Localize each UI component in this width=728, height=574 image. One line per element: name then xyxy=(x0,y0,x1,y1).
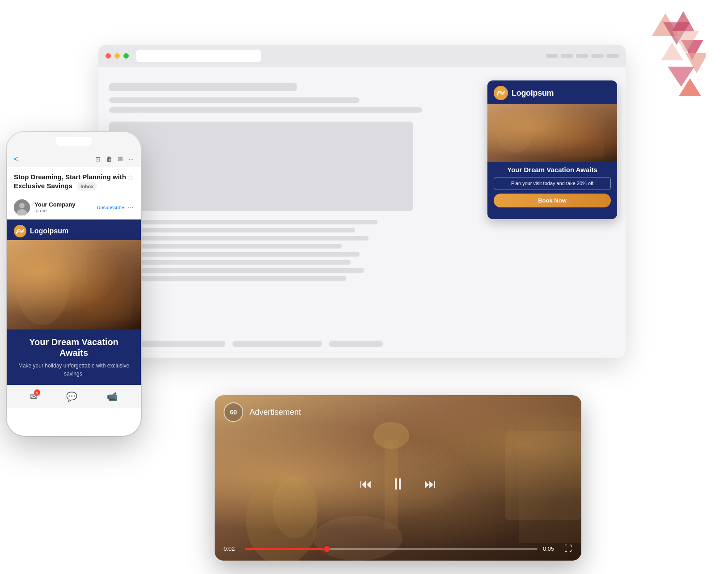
desktop-browser-mockup: Logoipsum Your Dream Vacation Awaits Pla… xyxy=(98,45,626,358)
phone-card-header: Logoipsum xyxy=(7,219,141,240)
phone-status-bar xyxy=(7,132,141,152)
svg-rect-10 xyxy=(496,113,532,153)
svg-rect-11 xyxy=(559,108,604,157)
phone-card-image-inner xyxy=(7,240,141,329)
ad-logo-icon xyxy=(494,86,508,100)
phone-email-card: Logoipsum Your Dream Vacation Awaits Mak… xyxy=(7,219,141,385)
skeleton-content-block xyxy=(109,122,413,211)
phone-card-description: Make your holiday unforgettable with exc… xyxy=(14,362,134,378)
ad-book-now-button[interactable]: Book Now xyxy=(494,194,611,207)
phone-inbox-badge: Inbox xyxy=(77,182,97,190)
video-fullscreen-button[interactable]: ⛶ xyxy=(564,544,572,553)
phone-archive-icon[interactable]: ⊡ xyxy=(95,156,101,163)
room-decor xyxy=(487,104,617,162)
browser-content-area: Logoipsum Your Dream Vacation Awaits Pla… xyxy=(98,67,626,358)
ad-content-area: Your Dream Vacation Awaits Plan your vis… xyxy=(487,162,617,211)
skeleton-stripes xyxy=(109,220,413,281)
phone-email-subject-text: Stop Dreaming, Start Planning with Exclu… xyxy=(14,173,134,190)
phone-mail-badge: 0 xyxy=(34,389,40,396)
ad-room-image-inner xyxy=(487,104,617,162)
phone-delete-icon[interactable]: 🗑 xyxy=(106,156,112,163)
ad-subtitle: Plan your visit today and take 20% off xyxy=(498,180,607,187)
phone-email-header: < ⊡ 🗑 ✉ ··· xyxy=(7,152,141,167)
video-pause-button[interactable]: ⏸ xyxy=(390,475,406,494)
phone-unsubscribe-link[interactable]: Unsubscribe xyxy=(97,205,124,210)
video-end-time: 0:05 xyxy=(543,545,559,552)
video-overlay: 60 Advertisement ⏮ ⏸ ⏭ 0:02 0:05 ⛶ xyxy=(215,395,581,561)
video-controls: ⏮ ⏸ ⏭ xyxy=(215,429,581,539)
browser-skeleton-content xyxy=(109,76,413,291)
phone-sender-info: Your Company to me xyxy=(34,201,97,213)
phone-compose-icon[interactable]: ✉ xyxy=(118,156,123,163)
phone-action-icons: ⊡ 🗑 ✉ ··· xyxy=(95,156,134,163)
ad-title: Your Dream Vacation Awaits xyxy=(494,165,611,174)
phone-sender-row: Your Company to me Unsubscribe ··· xyxy=(7,196,141,219)
phone-card-image xyxy=(7,240,141,329)
phone-logo-icon xyxy=(14,225,26,237)
ad-banner: Logoipsum Your Dream Vacation Awaits Pla… xyxy=(487,80,617,219)
video-top-bar: 60 Advertisement xyxy=(215,395,581,429)
browser-minimize-dot xyxy=(114,53,120,59)
browser-maximize-dot xyxy=(123,53,129,59)
svg-marker-8 xyxy=(661,42,683,60)
skeleton-bar xyxy=(109,107,422,113)
video-progress-fill xyxy=(245,548,327,550)
phone-sender-avatar xyxy=(14,199,30,215)
phone-card-content: Your Dream Vacation Awaits Make your hol… xyxy=(7,329,141,385)
browser-nav-dots xyxy=(546,54,619,58)
phone-nav-video-icon[interactable]: 📹 xyxy=(106,391,118,402)
svg-point-13 xyxy=(19,203,25,208)
phone-mockup: < ⊡ 🗑 ✉ ··· ☆ Stop Dreaming, Start Plann… xyxy=(7,132,141,436)
video-skip-back-button[interactable]: ⏮ xyxy=(360,477,372,491)
video-current-time: 0:02 xyxy=(224,545,240,552)
video-ad-label: Advertisement xyxy=(250,408,301,417)
skeleton-bar xyxy=(233,341,322,347)
video-skip-forward-button[interactable]: ⏭ xyxy=(424,477,436,491)
phone-more-icon[interactable]: ··· xyxy=(128,156,134,163)
ad-banner-header: Logoipsum xyxy=(487,80,617,104)
skeleton-bar xyxy=(109,97,360,103)
video-background: 60 Advertisement ⏮ ⏸ ⏭ 0:02 0:05 ⛶ xyxy=(215,395,581,561)
ad-logo-text: Logoipsum xyxy=(512,89,554,98)
ad-subtitle-box: Plan your visit today and take 20% off xyxy=(494,177,611,190)
svg-rect-17 xyxy=(87,249,132,321)
browser-bottom-skeleton xyxy=(109,341,617,347)
browser-close-dot xyxy=(106,53,111,59)
phone-logo-text: Logoipsum xyxy=(30,227,68,235)
svg-point-16 xyxy=(16,245,69,325)
browser-toolbar xyxy=(98,45,626,67)
ad-room-image xyxy=(487,104,617,162)
phone-back-button[interactable]: < xyxy=(14,155,18,163)
phone-nav-chat-icon[interactable]: 💬 xyxy=(66,391,77,402)
avatar-icon xyxy=(14,199,30,215)
phone-bottom-nav: ✉ 0 💬 📹 xyxy=(7,385,141,408)
room-decor-phone xyxy=(7,240,141,329)
phone-sender-to: to me xyxy=(34,208,97,213)
skeleton-bar xyxy=(329,341,383,347)
phone-card-title: Your Dream Vacation Awaits xyxy=(14,337,134,358)
video-countdown-timer: 60 xyxy=(224,402,243,422)
skeleton-bar xyxy=(109,83,297,91)
phone-sender-name: Your Company xyxy=(34,201,97,208)
video-progress-thumb xyxy=(324,546,330,552)
video-progress-area: 0:02 0:05 ⛶ xyxy=(215,539,581,561)
svg-point-15 xyxy=(14,225,26,237)
phone-more-options-button[interactable]: ··· xyxy=(128,203,134,211)
video-player: 60 Advertisement ⏮ ⏸ ⏭ 0:02 0:05 ⛶ xyxy=(215,395,581,561)
browser-address-bar xyxy=(136,50,261,62)
phone-email-subject-area: ☆ Stop Dreaming, Start Planning with Exc… xyxy=(7,167,141,196)
video-progress-track[interactable] xyxy=(245,548,538,550)
phone-subject-label: Stop Dreaming, Start Planning with Exclu… xyxy=(14,173,126,190)
phone-nav-mail-icon[interactable]: ✉ 0 xyxy=(30,391,38,402)
phone-notch xyxy=(56,137,92,146)
phone-star-button[interactable]: ☆ xyxy=(127,173,134,182)
